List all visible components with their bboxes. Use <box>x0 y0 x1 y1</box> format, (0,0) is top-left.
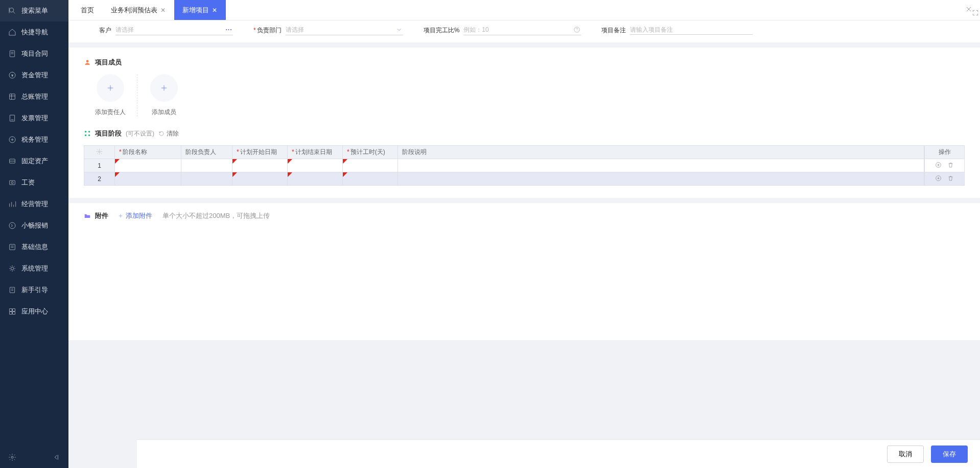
sidebar-search-menu[interactable]: 搜索菜单 <box>0 0 68 21</box>
svg-rect-18 <box>10 244 15 250</box>
label-dept: *负责部门 <box>253 26 282 35</box>
cell-end[interactable] <box>288 159 343 172</box>
tax-icon <box>8 136 16 144</box>
svg-rect-22 <box>10 287 14 293</box>
biz-icon <box>8 200 16 208</box>
tabs-bar: 首页 业务利润预估表 ✕ 新增项目 ✕ <box>68 0 980 20</box>
sidebar-guide[interactable]: 新手引导 <box>0 279 68 301</box>
svg-line-1 <box>13 12 15 14</box>
sidebar-fund[interactable]: ¥ 资金管理 <box>0 64 68 86</box>
sidebar-item-label: 项目合同 <box>21 49 48 58</box>
attach-panel: 附件 添加附件 单个大小不超过200MB，可拖拽上传 <box>68 203 980 340</box>
close-icon[interactable]: ✕ <box>212 7 217 14</box>
sidebar-basic-info[interactable]: 基础信息 <box>0 236 68 258</box>
add-member-button[interactable] <box>150 74 178 102</box>
cell-start[interactable] <box>232 172 288 186</box>
home-icon <box>8 28 16 36</box>
cell-desc[interactable] <box>398 172 924 186</box>
fullscreen-icon[interactable] <box>972 9 979 18</box>
gear-header[interactable] <box>84 146 115 159</box>
svg-point-16 <box>11 182 13 184</box>
tab-home[interactable]: 首页 <box>73 0 103 20</box>
sidebar-tax[interactable]: 税务管理 <box>0 129 68 150</box>
cell-desc[interactable] <box>398 159 924 172</box>
guide-icon <box>8 286 16 294</box>
sidebar-salary[interactable]: 工资 <box>0 172 68 193</box>
sidebar-footer <box>0 448 68 468</box>
cell-hours[interactable] <box>343 172 398 186</box>
input-customer[interactable] <box>115 26 225 33</box>
chevron-down-icon[interactable] <box>395 26 403 34</box>
member-icon <box>84 59 91 66</box>
sidebar-reimburse[interactable]: 小畅报销 <box>0 215 68 236</box>
sidebar-biz[interactable]: 经营管理 <box>0 193 68 215</box>
tab-label: 首页 <box>81 6 94 15</box>
settings-icon[interactable] <box>8 453 16 463</box>
sidebar-invoice[interactable]: 发票管理 <box>0 107 68 129</box>
sidebar-system[interactable]: 系统管理 <box>0 258 68 279</box>
sidebar-item-label: 发票管理 <box>21 114 48 123</box>
footer: 取消 保存 <box>137 439 980 468</box>
cell-name[interactable] <box>115 172 181 186</box>
search-icon <box>8 7 16 15</box>
th-desc: 阶段说明 <box>398 146 924 159</box>
row-ops <box>925 159 965 172</box>
th-hours: *预计工时(天) <box>343 146 398 159</box>
salary-icon <box>8 179 16 187</box>
cell-name[interactable] <box>115 159 181 172</box>
more-icon[interactable]: ··· <box>225 26 233 34</box>
row-ops <box>925 172 965 186</box>
save-button[interactable]: 保存 <box>931 445 968 463</box>
clear-stages-button[interactable]: 清除 <box>158 129 179 138</box>
folder-icon <box>84 212 91 219</box>
collapse-icon[interactable] <box>52 453 60 463</box>
sidebar-item-label: 基础信息 <box>21 242 48 252</box>
label-remark: 项目备注 <box>601 26 626 35</box>
delete-row-icon[interactable] <box>947 162 954 168</box>
delete-row-icon[interactable] <box>947 175 954 182</box>
sidebar: 搜索菜单 快捷导航 项目合同 ¥ 资金管理 总账管理 发票管理 税务管理 固定资 <box>0 0 68 468</box>
add-owner-button[interactable] <box>97 74 124 102</box>
sidebar-asset[interactable]: 固定资产 <box>0 150 68 172</box>
input-progress[interactable] <box>463 26 573 33</box>
sidebar-item-label: 应用中心 <box>21 307 48 316</box>
add-member-label: 添加成员 <box>152 108 176 117</box>
sidebar-item-label: 固定资产 <box>21 157 48 166</box>
input-dept[interactable] <box>286 26 395 33</box>
svg-point-21 <box>11 267 13 270</box>
cell-end[interactable] <box>288 172 343 186</box>
svg-point-42 <box>99 150 100 152</box>
cell-hours[interactable] <box>343 159 398 172</box>
sidebar-item-label: 搜索菜单 <box>21 6 48 15</box>
svg-rect-24 <box>13 309 15 311</box>
attach-hint: 单个大小不超过200MB，可拖拽上传 <box>162 211 270 220</box>
sidebar-ledger[interactable]: 总账管理 <box>0 86 68 107</box>
cancel-button[interactable]: 取消 <box>887 445 924 463</box>
tab-new-project[interactable]: 新增项目 ✕ <box>174 0 226 20</box>
sidebar-item-label: 新手引导 <box>21 285 48 295</box>
add-attachment-button[interactable]: 添加附件 <box>118 211 152 220</box>
asset-icon <box>8 157 16 165</box>
reimb-icon <box>8 221 16 230</box>
svg-point-38 <box>85 131 87 133</box>
members-title: 项目成员 <box>84 58 965 67</box>
cell-person[interactable] <box>181 159 232 172</box>
attach-title: 附件 <box>95 211 108 220</box>
sidebar-item-label: 小畅报销 <box>21 221 48 230</box>
tab-profit-estimate[interactable]: 业务利润预估表 ✕ <box>103 0 174 20</box>
add-row-icon[interactable] <box>935 175 942 182</box>
svg-text:¥: ¥ <box>11 74 13 77</box>
help-icon[interactable] <box>573 26 581 34</box>
cell-person[interactable] <box>181 172 232 186</box>
input-remark[interactable] <box>630 26 753 33</box>
invoice-icon <box>8 114 16 122</box>
sidebar-project-contract[interactable]: 项目合同 <box>0 43 68 64</box>
sidebar-quick-nav[interactable]: 快捷导航 <box>0 21 68 43</box>
cell-start[interactable] <box>232 159 288 172</box>
add-row-icon[interactable] <box>935 162 942 168</box>
sidebar-apps[interactable]: 应用中心 <box>0 301 68 322</box>
row-index: 1 <box>84 159 115 172</box>
close-icon[interactable]: ✕ <box>160 7 166 14</box>
tab-label: 业务利润预估表 <box>111 6 157 15</box>
attach-title-row: 附件 添加附件 单个大小不超过200MB，可拖拽上传 <box>84 211 965 220</box>
